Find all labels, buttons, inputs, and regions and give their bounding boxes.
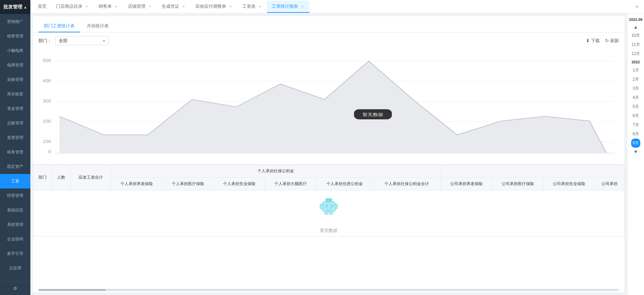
sidebar-item-税务管理[interactable]: 税务管理 bbox=[0, 145, 30, 159]
sidebar-item-基础信息[interactable]: 基础信息 bbox=[0, 203, 30, 217]
download-button[interactable]: ⬇ 下载 bbox=[586, 38, 600, 44]
tab-close-工资表[interactable]: × bbox=[258, 4, 262, 9]
sidebar-item-发票管理[interactable]: 发票管理 bbox=[0, 130, 30, 145]
chart-area: 500 400 300 200 100 0 bbox=[33, 49, 624, 164]
no-data-text: 暂无数据 bbox=[36, 228, 621, 234]
svg-text:200: 200 bbox=[43, 119, 51, 123]
download-icon: ⬇ bbox=[586, 38, 590, 43]
sidebar-item-小畅电商[interactable]: 小畅电商 bbox=[0, 43, 30, 58]
tab-生成凭证[interactable]: 生成凭证× bbox=[157, 1, 191, 13]
col-company-social bbox=[441, 165, 624, 178]
col-p-unemploy: 个人承担失业保险 bbox=[214, 178, 265, 190]
sidebar-header[interactable]: 批发管理 ▲ bbox=[0, 0, 30, 14]
tabs-container: 首页门店商品目录×销售单×店铺管理×生成凭证×应收应付调整单×工资表×工资统计报… bbox=[33, 1, 310, 13]
refresh-icon: ↻ bbox=[605, 38, 609, 43]
sidebar-item-营销推广[interactable]: 营销推广 bbox=[0, 14, 30, 29]
timeline-6月[interactable]: 6月 bbox=[630, 111, 642, 120]
dept-select[interactable]: 全部 bbox=[55, 36, 109, 45]
sidebar-item-销售管理[interactable]: 销售管理 bbox=[0, 29, 30, 43]
svg-text:300: 300 bbox=[43, 99, 51, 103]
timeline-12月[interactable]: 12月 bbox=[630, 49, 642, 58]
col-p-total: 个人承担社保公积金合计 bbox=[373, 178, 441, 190]
chart-svg: 500 400 300 200 100 0 bbox=[38, 52, 619, 160]
tab-close-店铺管理[interactable]: × bbox=[147, 4, 152, 9]
table-body: 暂无数据 bbox=[33, 190, 624, 237]
col-p-pension: 个人承担养老保险 bbox=[111, 178, 162, 190]
svg-rect-25 bbox=[329, 212, 333, 214]
sidebar-item-经营管理[interactable]: 经营管理 bbox=[0, 188, 30, 203]
table-header: 部门 人数 应发工资合计 个人承担社保公积金 个人承担养老保险 个人承担医疗保险… bbox=[33, 165, 624, 190]
dept-select-wrap: 全部 ▼ bbox=[55, 36, 109, 45]
col-p-housing: 个人承担住房公积金 bbox=[316, 178, 373, 190]
sidebar-item-工资[interactable]: 工资 bbox=[0, 174, 30, 188]
main-content: 首页门店商品目录×销售单×店铺管理×生成凭证×应收应付调整单×工资表×工资统计报… bbox=[30, 0, 644, 295]
timeline-2022[interactable]: 2022 bbox=[630, 58, 642, 66]
sidebar-item-云应用[interactable]: 云应用 bbox=[0, 261, 30, 275]
sidebar-item-库存核算[interactable]: 库存核算 bbox=[0, 87, 30, 101]
timeline-11月[interactable]: 11月 bbox=[630, 40, 642, 49]
svg-text:500: 500 bbox=[43, 58, 51, 63]
timeline-2月[interactable]: 2月 bbox=[630, 75, 642, 84]
timeline-9月[interactable]: 9月 bbox=[631, 139, 640, 148]
scroll-indicator[interactable] bbox=[38, 289, 619, 291]
tab-门店商品目录[interactable]: 门店商品目录× bbox=[51, 1, 94, 13]
tab-close-生成凭证[interactable]: × bbox=[181, 4, 186, 9]
table-area[interactable]: 部门 人数 应发工资合计 个人承担社保公积金 个人承担养老保险 个人承担医疗保险… bbox=[33, 164, 624, 288]
scroll-thumb bbox=[38, 289, 106, 291]
tab-month-stat[interactable]: 月份统计表 bbox=[81, 20, 114, 32]
sidebar-title: 批发管理 bbox=[3, 4, 22, 10]
empty-state-icon bbox=[315, 193, 342, 220]
sidebar-settings[interactable]: ⚙ bbox=[0, 282, 30, 295]
timeline-top-label: 2022.09 bbox=[627, 16, 644, 23]
page-content: 部门工资统计表 月份统计表 部门： 全部 ▼ bbox=[30, 13, 644, 295]
sidebar-item-采购管理[interactable]: 采购管理 bbox=[0, 72, 30, 87]
timeline-3月[interactable]: 3月 bbox=[630, 84, 642, 93]
col-total-wage: 应发工资合计 bbox=[71, 165, 111, 190]
tab-销售单[interactable]: 销售单× bbox=[94, 1, 123, 13]
svg-text:暂无数据: 暂无数据 bbox=[363, 112, 383, 117]
sidebar-item-总账管理[interactable]: 总账管理 bbox=[0, 116, 30, 130]
close-all-tabs[interactable]: ✕ bbox=[633, 3, 641, 10]
tab-dept-stat[interactable]: 部门工资统计表 bbox=[38, 20, 80, 32]
dept-label: 部门： bbox=[38, 38, 52, 44]
svg-rect-22 bbox=[320, 204, 323, 209]
timeline-down-nav[interactable]: ▼ bbox=[632, 148, 640, 156]
tab-店铺管理[interactable]: 店铺管理× bbox=[123, 1, 157, 13]
toolbar-right: ⬇ 下载 ↻ 刷新 bbox=[586, 38, 619, 44]
sidebar-item-企业协同[interactable]: 企业协同 bbox=[0, 232, 30, 246]
data-table: 部门 人数 应发工资合计 个人承担社保公积金 个人承担养老保险 个人承担医疗保险… bbox=[33, 165, 624, 237]
sidebar-item-资金管理[interactable]: 资金管理 bbox=[0, 101, 30, 116]
svg-marker-12 bbox=[59, 61, 606, 153]
refresh-button[interactable]: ↻ 刷新 bbox=[605, 38, 619, 44]
col-dept: 部门 bbox=[33, 165, 52, 190]
timeline-5月[interactable]: 5月 bbox=[630, 102, 642, 111]
tab-工资表[interactable]: 工资表× bbox=[238, 1, 267, 13]
tab-close-应收应付调整单[interactable]: × bbox=[228, 4, 233, 9]
timeline-1月[interactable]: 1月 bbox=[630, 66, 642, 75]
sidebar-collapse-icon: ▲ bbox=[24, 5, 27, 9]
col-p-major-medical: 个人承担大额医疗 bbox=[265, 178, 316, 190]
tab-应收应付调整单[interactable]: 应收应付调整单× bbox=[191, 1, 238, 13]
timeline-4月[interactable]: 4月 bbox=[630, 93, 642, 102]
svg-point-20 bbox=[326, 205, 327, 207]
no-data-cell: 暂无数据 bbox=[33, 190, 624, 237]
sidebar-item-系统管理[interactable]: 系统管理 bbox=[0, 217, 30, 232]
col-p-medical: 个人承担医疗保险 bbox=[162, 178, 214, 190]
tab-工资统计报表[interactable]: 工资统计报表× bbox=[267, 1, 310, 13]
tab-close-工资统计报表[interactable]: × bbox=[300, 4, 305, 9]
tab-close-销售单[interactable]: × bbox=[114, 4, 118, 9]
svg-text:0: 0 bbox=[48, 149, 51, 154]
col-c-pension: 公司承担养老保险 bbox=[441, 178, 492, 190]
timeline-up-nav[interactable]: ▲ bbox=[632, 23, 640, 31]
col-c-more: 公司承担 bbox=[595, 178, 624, 190]
timeline-8月[interactable]: 8月 bbox=[630, 129, 642, 139]
timeline-7月[interactable]: 7月 bbox=[630, 120, 642, 129]
sidebar-item-固定资产[interactable]: 固定资产 bbox=[0, 159, 30, 174]
timeline-10月[interactable]: 10月 bbox=[630, 31, 642, 40]
sidebar: 批发管理 ▲ 营销推广销售管理小畅电商电商管理采购管理库存核算资金管理总账管理发… bbox=[0, 0, 30, 295]
inner-panel: 部门工资统计表 月份统计表 部门： 全部 ▼ bbox=[33, 16, 624, 292]
tab-首页[interactable]: 首页 bbox=[33, 1, 51, 13]
tab-close-门店商品目录[interactable]: × bbox=[84, 4, 89, 9]
sidebar-item-新手引导[interactable]: 新手引导 bbox=[0, 246, 30, 261]
sidebar-item-电商管理[interactable]: 电商管理 bbox=[0, 58, 30, 72]
